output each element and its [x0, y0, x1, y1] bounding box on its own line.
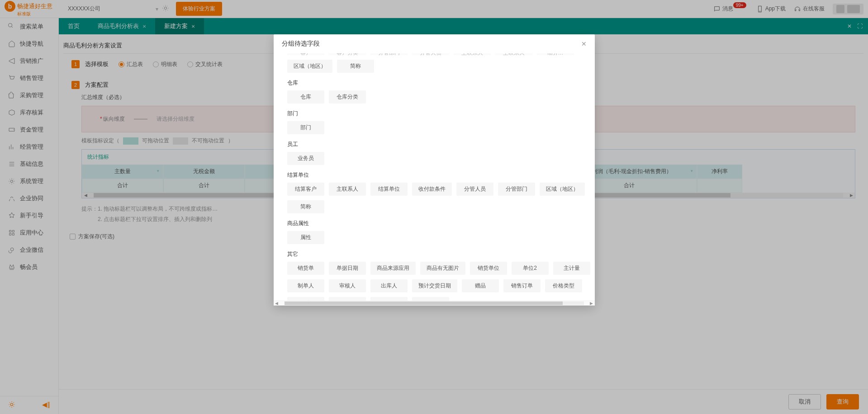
- field-chip[interactable]: 赠品: [462, 279, 499, 292]
- field-chip[interactable]: 简称: [287, 200, 324, 213]
- field-chip[interactable]: 细分…: [537, 53, 574, 55]
- field-chip[interactable]: 主计量: [553, 262, 590, 275]
- field-chip[interactable]: 客户分类: [329, 53, 366, 55]
- field-group-title: 部门: [287, 104, 592, 121]
- field-chip[interactable]: 仓库分类: [329, 90, 366, 104]
- field-chip[interactable]: 商品有无图片: [420, 262, 465, 275]
- field-chip[interactable]: 销售订单: [503, 279, 541, 292]
- field-chip[interactable]: 项目: [329, 297, 366, 301]
- field-chip[interactable]: 来源应用: [287, 297, 324, 301]
- field-group-title: 员工: [287, 134, 592, 152]
- field-chip[interactable]: 区域（地区）: [287, 60, 332, 73]
- field-chip[interactable]: 属性: [287, 231, 324, 244]
- field-chip[interactable]: 分管部门: [370, 53, 408, 55]
- field-group-title: 仓库: [287, 73, 592, 90]
- modal-title: 分组待选字段: [282, 40, 320, 48]
- scroll-left-icon[interactable]: ◀: [274, 301, 280, 306]
- field-chip[interactable]: 销货单: [287, 262, 324, 275]
- field-chip[interactable]: 价格类型: [545, 279, 582, 292]
- field-chip[interactable]: 商品来源应用: [370, 262, 416, 275]
- field-chip[interactable]: 分管部门: [498, 183, 535, 196]
- field-chip[interactable]: 简称: [337, 60, 374, 73]
- field-chip[interactable]: 批号: [412, 297, 449, 301]
- field-chip[interactable]: 主联系人: [495, 53, 532, 55]
- field-chip[interactable]: 结算单位: [370, 183, 408, 196]
- field-group-partial: 客户客户分类分管部门分管人员主联系人主联系人细分…: [287, 53, 592, 55]
- field-chip[interactable]: 部门: [287, 121, 324, 134]
- field-chip[interactable]: 项目分类: [370, 297, 408, 301]
- scroll-thumb[interactable]: [285, 301, 563, 305]
- field-chip-row: 销货单单据日期商品来源应用商品有无图片销货单位单位2主计量制单人审核人出库人预计…: [287, 262, 592, 301]
- field-chip-row: 结算客户主联系人结算单位收付款条件分管人员分管部门区域（地区）简称: [287, 183, 592, 213]
- modal-close-button[interactable]: ✕: [581, 40, 587, 47]
- field-chip-row: 属性: [287, 231, 592, 244]
- field-chip[interactable]: 结算客户: [287, 183, 324, 196]
- field-chip-row: 仓库仓库分类: [287, 90, 592, 104]
- field-chip[interactable]: 单位2: [512, 262, 549, 275]
- field-chip[interactable]: 主联系人: [329, 183, 366, 196]
- field-chip[interactable]: 审核人: [329, 279, 366, 292]
- modal-mask: 分组待选字段 ✕ 客户客户分类分管部门分管人员主联系人主联系人细分… 区域（地区…: [0, 0, 868, 414]
- field-chip-row: 业务员: [287, 152, 592, 165]
- field-chip-row: 区域（地区）简称: [287, 60, 592, 73]
- field-chip[interactable]: 分管人员: [456, 183, 493, 196]
- field-chip[interactable]: 出库人: [370, 279, 408, 292]
- field-chip[interactable]: 分管人员: [412, 53, 449, 55]
- field-chip[interactable]: 主联系人: [454, 53, 491, 55]
- field-chip[interactable]: 制单人: [287, 279, 324, 292]
- field-group-title: 结算单位: [287, 165, 592, 183]
- field-chip[interactable]: 单据日期: [329, 262, 366, 275]
- modal-h-scrollbar[interactable]: ◀ ▶: [274, 301, 595, 306]
- modal-body[interactable]: 客户客户分类分管部门分管人员主联系人主联系人细分… 区域（地区）简称仓库仓库仓库…: [274, 53, 595, 301]
- modal-header: 分组待选字段 ✕: [274, 34, 595, 53]
- field-chip[interactable]: 客户: [287, 53, 324, 55]
- field-chip[interactable]: 预计交货日期: [412, 279, 457, 292]
- field-chip[interactable]: 业务员: [287, 152, 324, 165]
- field-chip[interactable]: 仓库: [287, 90, 324, 104]
- field-chip[interactable]: 收付款条件: [412, 183, 452, 196]
- field-chip[interactable]: 销货单位: [470, 262, 507, 275]
- field-group-title: 其它: [287, 244, 592, 262]
- field-picker-modal: 分组待选字段 ✕ 客户客户分类分管部门分管人员主联系人主联系人细分… 区域（地区…: [274, 34, 595, 306]
- field-chip-row: 部门: [287, 121, 592, 134]
- field-group-title: 商品属性: [287, 213, 592, 231]
- field-chip[interactable]: 区域（地区）: [540, 183, 585, 196]
- scroll-right-icon[interactable]: ▶: [588, 301, 595, 306]
